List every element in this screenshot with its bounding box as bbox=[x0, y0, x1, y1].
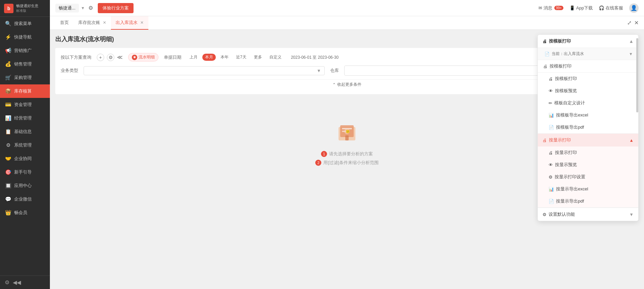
display-print-item-3[interactable]: 📊 按显示导出excel bbox=[538, 183, 638, 195]
account-selector[interactable]: 畅捷通... ▼ bbox=[55, 4, 85, 12]
chart-icon: 📊 bbox=[5, 115, 11, 122]
settings-bottom-icon[interactable]: ⚙ bbox=[5, 279, 9, 286]
tp-label-0: 按模板打印 bbox=[555, 76, 577, 82]
sidebar-item-finance[interactable]: 💳 资金管理 bbox=[0, 98, 50, 111]
current-template-item[interactable]: 📄 当前：出入库流水 ▼ bbox=[538, 48, 638, 60]
display-print-item-2[interactable]: ⚙ 按显示打印设置 bbox=[538, 171, 638, 183]
cart-icon: 🛒 bbox=[5, 74, 11, 81]
gear-icon: ⚙ bbox=[5, 142, 11, 149]
display-print-item-0[interactable]: 🖨 按显示打印 bbox=[538, 147, 638, 159]
tp-label-3: 按模板导出excel bbox=[556, 112, 588, 118]
phone-icon: 📱 bbox=[569, 5, 575, 10]
dp-icon-1: 👁 bbox=[549, 162, 553, 167]
template-print-section-header[interactable]: 🖨 按模板打印 bbox=[538, 60, 638, 72]
window-close-icon[interactable]: ✕ bbox=[634, 20, 639, 26]
display-print-title: 🖨 按显示打印 bbox=[543, 137, 571, 143]
sidebar-item-operations[interactable]: 📊 经营管理 bbox=[0, 111, 50, 125]
dp-label-0: 按显示打印 bbox=[555, 150, 577, 156]
tab-batch-close-icon[interactable]: ✕ bbox=[103, 20, 106, 25]
biz-type-select[interactable]: ▼ bbox=[84, 66, 325, 75]
topbar-right: ✉ 消息 99+ 📱 App下载 🎧 在线客服 👤 bbox=[538, 3, 639, 13]
sidebar-bottom: ⚙ ◀◀ bbox=[0, 275, 50, 289]
sidebar-item-label: 销售管理 bbox=[14, 61, 32, 67]
tp-icon-2: ✏ bbox=[549, 101, 552, 106]
filter-settings-btn[interactable]: ⚙ bbox=[107, 54, 114, 61]
display-print-item-4[interactable]: 📄 按显示导出pdf bbox=[538, 195, 638, 207]
sidebar-item-label: 库存核算 bbox=[14, 88, 32, 94]
sidebar-item-basic[interactable]: 📋 基础信息 bbox=[0, 125, 50, 138]
tp-label-2: 模板自定义设计 bbox=[554, 100, 585, 106]
filter-chip[interactable]: ✱ 流水明细 bbox=[128, 53, 158, 61]
date-btn-7days[interactable]: 近7天 bbox=[233, 53, 249, 61]
display-print-item-1[interactable]: 👁 按显示预览 bbox=[538, 159, 638, 171]
filter-chip-label: 流水明细 bbox=[139, 54, 155, 60]
date-btn-this-month[interactable]: 本月 bbox=[202, 54, 216, 61]
settings-default-icon: ⚙ bbox=[543, 212, 547, 217]
warehouse-label: 仓库 bbox=[330, 68, 339, 74]
crown-icon: 👑 bbox=[5, 209, 11, 216]
tab-bar: 首页 库存批次账 ✕ 出入库流水 ✕ ⤢ ✕ bbox=[50, 16, 644, 30]
scrollbar-thumb bbox=[636, 38, 638, 112]
sidebar-item-apps[interactable]: 🔲 应用中心 bbox=[0, 179, 50, 192]
sidebar-item-label: 采购管理 bbox=[14, 75, 32, 81]
tp-icon-1: 👁 bbox=[549, 88, 553, 94]
app-download-btn[interactable]: 📱 App下载 bbox=[569, 5, 593, 11]
tab-batch-account[interactable]: 库存批次账 ✕ bbox=[74, 16, 111, 30]
online-service-btn[interactable]: 🎧 在线客服 bbox=[599, 5, 623, 11]
sidebar-item-sales[interactable]: 💰 销售管理 bbox=[0, 57, 50, 71]
svg-text:😕: 😕 bbox=[346, 129, 350, 134]
sidebar-item-collab[interactable]: 🤝 企业协同 bbox=[0, 152, 50, 165]
collapse-sidebar-icon[interactable]: ◀◀ bbox=[13, 279, 21, 286]
sidebar-item-search[interactable]: 🔍 搜索菜单 bbox=[0, 17, 50, 30]
sidebar-item-system[interactable]: ⚙ 系统管理 bbox=[0, 138, 50, 152]
filter-collapse-btn[interactable]: ≪ bbox=[117, 54, 123, 60]
printer-icon: 🖨 bbox=[543, 39, 547, 44]
hint-num-1: 1 bbox=[321, 151, 327, 157]
dropdown-footer-label: 设置默认功能 bbox=[549, 211, 575, 217]
clipboard-icon: 📋 bbox=[5, 128, 11, 135]
tab-inout-flow[interactable]: 出入库流水 ✕ bbox=[111, 16, 148, 30]
collapse-label: 收起更多条件 bbox=[337, 82, 361, 87]
dropdown-header-up-icon[interactable]: ▲ bbox=[629, 38, 634, 44]
sidebar-item-inventory[interactable]: 📦 库存核算 bbox=[0, 84, 50, 98]
template-print-item-3[interactable]: 📊 按模板导出excel bbox=[538, 109, 638, 121]
avatar-img: 👤 bbox=[631, 5, 637, 11]
template-print-item-4[interactable]: 📄 按模板导出pdf bbox=[538, 121, 638, 133]
display-print-label: 按显示打印 bbox=[549, 137, 571, 143]
template-print-icon: 🖨 bbox=[543, 64, 548, 69]
tab-inout-close-icon[interactable]: ✕ bbox=[140, 20, 144, 25]
maximize-icon[interactable]: ⤢ bbox=[627, 20, 632, 26]
template-print-section-label: 按模板打印 bbox=[550, 63, 572, 69]
sidebar-item-member[interactable]: 👑 畅会员 bbox=[0, 206, 50, 219]
svg-rect-4 bbox=[345, 135, 349, 140]
sidebar-item-shortcut[interactable]: ⚡ 快捷导航 bbox=[0, 30, 50, 44]
template-print-item-0[interactable]: 🖨 按模板打印 bbox=[538, 73, 638, 85]
tp-icon-0: 🖨 bbox=[549, 76, 553, 81]
date-btn-custom[interactable]: 自定义 bbox=[267, 53, 284, 61]
sidebar-item-label: 企业协同 bbox=[14, 156, 32, 162]
sidebar-item-label: 资金管理 bbox=[14, 102, 32, 108]
dropdown-footer[interactable]: ⚙ 设置默认功能 ▼ bbox=[538, 208, 638, 221]
template-print-item-1[interactable]: 👁 按模板预览 bbox=[538, 85, 638, 97]
sidebar-item-wechat[interactable]: 💬 企业微信 bbox=[0, 192, 50, 206]
sidebar-item-purchase[interactable]: 🛒 采购管理 bbox=[0, 71, 50, 84]
grid-icon: 🔲 bbox=[5, 182, 11, 189]
date-btn-this-year[interactable]: 本年 bbox=[218, 53, 231, 61]
tab-home[interactable]: 首页 bbox=[55, 16, 74, 30]
sidebar-item-guide[interactable]: 🎯 新手引导 bbox=[0, 165, 50, 179]
display-print-section-header[interactable]: 🖨 按显示打印 ▲ bbox=[538, 134, 638, 147]
display-section-up-icon[interactable]: ▲ bbox=[629, 138, 634, 143]
user-avatar[interactable]: 👤 bbox=[629, 3, 639, 13]
topbar-settings-icon[interactable]: ⚙ bbox=[88, 5, 93, 11]
search-icon: 🔍 bbox=[5, 20, 11, 27]
dp-icon-0: 🖨 bbox=[549, 150, 553, 155]
filter-add-btn[interactable]: + bbox=[97, 54, 104, 61]
message-btn[interactable]: ✉ 消息 99+ bbox=[538, 5, 563, 11]
sidebar-item-marketing[interactable]: 📢 营销推广 bbox=[0, 44, 50, 57]
box-icon: 📦 bbox=[5, 88, 11, 95]
date-btn-more[interactable]: 更多 bbox=[251, 53, 265, 61]
trial-btn[interactable]: 体验行业方案 bbox=[98, 3, 134, 13]
template-print-item-2[interactable]: ✏ 模板自定义设计 bbox=[538, 97, 638, 109]
date-btn-last-month[interactable]: 上月 bbox=[187, 53, 200, 61]
tab-window-controls: ⤢ ✕ bbox=[627, 20, 639, 26]
